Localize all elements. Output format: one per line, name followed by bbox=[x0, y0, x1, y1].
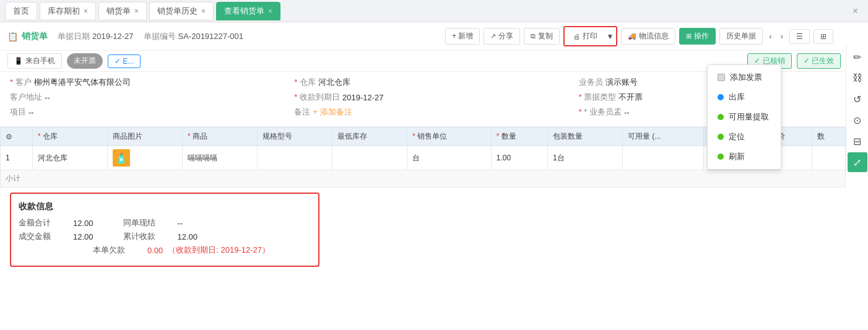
print-button[interactable]: 🖨 打印 bbox=[567, 28, 604, 44]
cumulative-value: 12.00 bbox=[178, 232, 198, 241]
address-value: -- bbox=[45, 93, 50, 102]
dropdown-available-qty[interactable]: 可用量提取 bbox=[708, 107, 781, 127]
phone-button[interactable]: 📱 来自手机 bbox=[7, 53, 62, 69]
refresh-circle-icon[interactable]: ↺ bbox=[848, 89, 867, 109]
close-tab-view[interactable]: × bbox=[268, 7, 272, 15]
copy-button[interactable]: ⧉ 复制 bbox=[524, 28, 560, 45]
project-label: 项目 bbox=[10, 106, 26, 118]
col-pkg-qty: 包装数量 bbox=[548, 128, 623, 146]
arrears-label: 本单欠款 bbox=[93, 245, 142, 256]
doc-number-label: 单据编号 bbox=[144, 31, 176, 42]
history-button[interactable]: 历史单据 bbox=[719, 28, 763, 45]
operation-dropdown: 添加发票 出库 可用量提取 定位 刷新 bbox=[707, 64, 781, 170]
transaction-value: 12.00 bbox=[73, 232, 93, 241]
arrears-value: 0.00 bbox=[147, 246, 163, 255]
payment-info-section: 收款信息 金额合计 12.00 同单现结 -- 成交金额 12.00 累计收款 … bbox=[10, 193, 319, 267]
due-date-label: 收款到期日 bbox=[294, 92, 340, 103]
dropdown-refresh[interactable]: 刷新 bbox=[708, 147, 781, 167]
next-nav[interactable]: › bbox=[778, 30, 786, 42]
doc-date-field: 单据日期 2019-12-27 bbox=[58, 31, 134, 42]
unopened-button[interactable]: 未开票 bbox=[67, 53, 103, 69]
ticket-type-value: 不开票 bbox=[618, 92, 643, 103]
window-close-button[interactable]: × bbox=[848, 3, 863, 19]
close-tab-inventory[interactable]: × bbox=[84, 7, 88, 15]
prev-nav[interactable]: ‹ bbox=[766, 30, 774, 42]
payment-row-arrears: 本单欠款 0.00 （收款到期日: 2019-12-27） bbox=[19, 245, 311, 256]
arrears-date: 2019-12-27 bbox=[221, 245, 263, 254]
check-button[interactable]: ✓ E... bbox=[108, 54, 141, 68]
product-image: 🧴 bbox=[113, 149, 130, 167]
tab-sales-order[interactable]: 销货单 × bbox=[98, 2, 147, 20]
col-settings: ⚙ bbox=[1, 128, 33, 146]
warehouse-field: 仓库 河北仓库 bbox=[294, 77, 573, 88]
user-icon[interactable]: ⊙ bbox=[848, 110, 867, 130]
dropdown-locate[interactable]: 定位 bbox=[708, 127, 781, 147]
outbound-icon bbox=[718, 94, 724, 100]
row-quantity: 1.00 bbox=[491, 146, 547, 170]
operation-button[interactable]: ⊞ 操作 bbox=[679, 28, 716, 45]
effect-status-badge: ✓ 已生效 bbox=[797, 53, 841, 69]
doc-icon: 📋 bbox=[7, 32, 18, 41]
new-button[interactable]: + 新增 bbox=[445, 28, 480, 45]
col-product-img: 商品图片 bbox=[108, 128, 183, 146]
dropdown-add-invoice[interactable]: 添加发票 bbox=[708, 67, 781, 87]
available-qty-icon bbox=[718, 114, 724, 120]
grid-view-button[interactable]: ⊞ bbox=[814, 29, 833, 44]
link-icon[interactable]: ⛓ bbox=[848, 68, 867, 88]
remark-field: 备注 + 添加备注 bbox=[294, 106, 573, 118]
doc-number-field: 单据编号 SA-20191227-001 bbox=[144, 31, 244, 42]
total-amount-value: 12.00 bbox=[73, 219, 93, 228]
payment-row-total: 金额合计 12.00 同单现结 -- bbox=[19, 217, 311, 228]
close-tab-history[interactable]: × bbox=[201, 7, 206, 15]
subtotal-label: 小计 bbox=[1, 170, 846, 188]
customer-label: 客户 bbox=[10, 77, 32, 88]
edit-icon[interactable]: ✏ bbox=[848, 47, 867, 67]
row-warehouse: 河北仓库 bbox=[33, 146, 108, 170]
col-warehouse: 仓库 bbox=[33, 128, 108, 146]
refresh-icon bbox=[718, 154, 724, 160]
tab-view-sales[interactable]: 查看销货单 × bbox=[216, 2, 280, 20]
doc-title-text: 销货单 bbox=[22, 31, 48, 42]
cumulative-label: 累计收款 bbox=[123, 231, 173, 242]
share-button[interactable]: ↗ 分享 bbox=[484, 28, 520, 45]
tab-inventory-init[interactable]: 库存期初 × bbox=[40, 2, 96, 20]
add-remark-button[interactable]: + 添加备注 bbox=[313, 106, 352, 118]
row-spec bbox=[258, 146, 332, 170]
row-more bbox=[812, 146, 845, 170]
col-spec: 规格型号 bbox=[258, 128, 332, 146]
payment-row-transaction: 成交金额 12.00 累计收款 12.00 bbox=[19, 231, 311, 242]
print-dropdown-arrow[interactable]: ▼ bbox=[606, 32, 614, 41]
row-available bbox=[623, 146, 704, 170]
customer-field: 客户 柳州粤港平安气体有限公司 bbox=[10, 77, 289, 88]
salesperson-label: * 业务员孟 bbox=[579, 106, 622, 118]
customer-value: 柳州粤港平安气体有限公司 bbox=[34, 77, 131, 88]
list-view-button[interactable]: ☰ bbox=[789, 29, 810, 44]
row-product: 嗝嗝嗝嗝 bbox=[183, 146, 258, 170]
close-tab-sales[interactable]: × bbox=[134, 7, 139, 15]
staff-value: 演示账号 bbox=[605, 77, 638, 88]
add-invoice-icon bbox=[718, 74, 725, 81]
doc-number-value: SA-20191227-001 bbox=[178, 32, 244, 41]
total-amount-label: 金额合计 bbox=[19, 217, 68, 228]
staff-label: 业务员 bbox=[579, 77, 603, 88]
col-more: 数 bbox=[812, 128, 845, 146]
row-min-stock bbox=[332, 146, 407, 170]
main-area: ✏ ⛓ ↺ ⊙ ⊟ ⤢ 📋 销货单 单据日期 2019-12-27 单据编号 S… bbox=[0, 22, 868, 330]
dropdown-outbound[interactable]: 出库 bbox=[708, 87, 781, 107]
project-value: -- bbox=[28, 108, 34, 117]
col-unit: 销售单位 bbox=[407, 128, 491, 146]
transaction-label: 成交金额 bbox=[19, 231, 68, 242]
logistics-button[interactable]: 🚚 物流信息 bbox=[621, 28, 675, 45]
remark-label: 备注 bbox=[294, 106, 310, 118]
document-title-section: 📋 销货单 bbox=[7, 31, 48, 42]
expand-icon[interactable]: ⤢ bbox=[848, 152, 867, 172]
row-pkg-qty: 1台 bbox=[548, 146, 623, 170]
document-header: 📋 销货单 单据日期 2019-12-27 单据编号 SA-20191227-0… bbox=[0, 22, 868, 51]
project-field: 项目 -- bbox=[10, 106, 289, 118]
same-order-value: -- bbox=[178, 219, 183, 228]
col-product: 商品 bbox=[183, 128, 258, 146]
warehouse-value: 河北仓库 bbox=[318, 77, 350, 88]
tag-icon[interactable]: ⊟ bbox=[848, 131, 867, 151]
tab-sales-history[interactable]: 销货单历史 × bbox=[149, 2, 214, 20]
tab-home[interactable]: 首页 bbox=[5, 2, 37, 20]
